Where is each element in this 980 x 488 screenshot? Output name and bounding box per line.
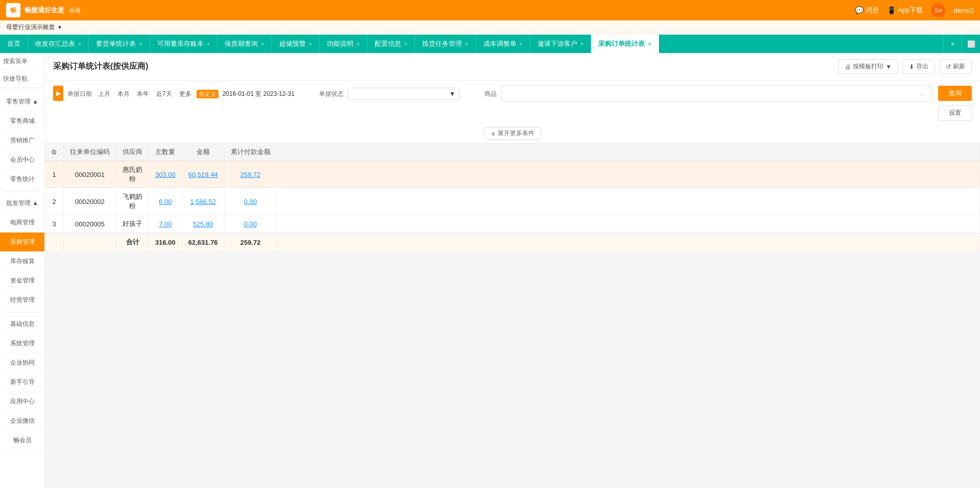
close-tab-receive-summary[interactable]: ×	[78, 41, 81, 47]
tab-config-info[interactable]: 配置信息 ×	[368, 35, 415, 53]
close-all-tabs-btn[interactable]: ×	[943, 35, 962, 53]
tab-cost-adjust[interactable]: 成本调整单 ×	[476, 35, 530, 53]
sidebar-item-marketing[interactable]: 营销推广	[0, 131, 44, 150]
top-bar-right: 💬 消息 📱 App下载 Ea demo2	[855, 3, 974, 17]
filter-actions: 查询 设置	[938, 86, 972, 121]
close-tab-validity-query[interactable]: ×	[261, 41, 264, 47]
close-tab-purchase-summary[interactable]: ×	[648, 41, 651, 47]
row-code: 00020001	[64, 161, 116, 188]
table-row[interactable]: 1 00020001 惠氏奶粉 303.00 60,519.44 259.72	[45, 161, 980, 188]
table-row[interactable]: 2 00020002 飞鹤奶粉 6.00 1,586.52 0.00	[45, 188, 980, 215]
sidebar-item-basic-info[interactable]: 基础信息	[0, 315, 44, 334]
tab-overstock-warning[interactable]: 超储预警 ×	[272, 35, 320, 53]
user-avatar[interactable]: Ea	[931, 3, 945, 17]
close-tab-function-desc[interactable]: ×	[356, 41, 359, 47]
tab-receive-summary[interactable]: 收发存汇总表 ×	[28, 35, 89, 53]
row-paid: 0.00	[224, 215, 277, 234]
shortcut-7days[interactable]: 近7天	[154, 89, 174, 99]
col-extra	[277, 143, 979, 161]
goods-input[interactable]	[505, 88, 918, 99]
sidebar-item-retail-shop[interactable]: 零售商城	[0, 112, 44, 131]
tab-function-desc[interactable]: 功能说明 ×	[320, 35, 367, 53]
table-header-row: ⚙ 往来单位编码 供应商 主数量 金额 累计付款金额	[45, 143, 980, 161]
top-bar-left: 畅 畅捷通好生意 标题	[6, 3, 81, 17]
tab-home[interactable]: 首页	[0, 35, 28, 53]
close-tab-config-info[interactable]: ×	[404, 41, 407, 47]
close-tab-available-stock[interactable]: ×	[207, 41, 210, 47]
date-range-text: 2016-01-01 至 2023-12-31	[223, 90, 295, 98]
printer-icon: 🖨	[845, 63, 851, 70]
sidebar-item-purchase[interactable]: 采购管理	[0, 233, 44, 252]
sidebar-search[interactable]: 搜索英单	[0, 53, 44, 70]
date-range-display: 2016-01-01 至 2023-12-31	[223, 90, 295, 98]
sidebar-item-operations[interactable]: 经营管理	[0, 291, 44, 310]
sidebar-item-wholesale[interactable]: 批发管理 ▲	[0, 194, 44, 213]
avatar-label: Ea	[935, 7, 942, 13]
page-title: 采购订单统计表(按供应商)	[53, 61, 149, 72]
message-btn[interactable]: 💬 消息	[855, 6, 879, 15]
row-supplier: 飞鹤奶粉	[116, 188, 149, 215]
settings-button[interactable]: 设置	[938, 105, 972, 121]
sidebar-item-member2[interactable]: 畅会员	[0, 431, 44, 450]
close-tab-order-summary[interactable]: ×	[139, 41, 142, 47]
print-dropdown-icon: ▼	[886, 63, 892, 70]
close-tab-pick-task[interactable]: ×	[465, 41, 468, 47]
status-dropdown-icon: ▼	[449, 90, 455, 97]
tab-available-stock[interactable]: 可用量库存账本 ×	[150, 35, 217, 53]
query-button[interactable]: 查询	[938, 86, 972, 101]
col-amount: 金额	[182, 143, 224, 161]
col-qty: 主数量	[149, 143, 182, 161]
sidebar-item-retail-stats[interactable]: 零售统计	[0, 170, 44, 189]
message-icon: 💬	[855, 6, 864, 14]
footer-qty: 316.00	[149, 233, 182, 251]
tab-invite-downstream[interactable]: 邀请下游客户 ×	[530, 35, 591, 53]
table-header: ⚙ 往来单位编码 供应商 主数量 金额 累计付款金额	[45, 143, 980, 161]
sidebar-item-enterprise[interactable]: 企业协同	[0, 353, 44, 373]
restore-window-btn[interactable]: ⬜	[962, 35, 980, 53]
shortcut-this-month[interactable]: 本月	[115, 89, 132, 99]
sidebar-item-retail[interactable]: 零售管理 ▲	[0, 92, 44, 112]
tab-pick-task[interactable]: 拣货任务管理 ×	[415, 35, 476, 53]
sidebar-item-system[interactable]: 系统管理	[0, 334, 44, 353]
sidebar-item-ecommerce[interactable]: 电商管理	[0, 213, 44, 233]
sidebar-item-enterprise-wechat[interactable]: 企业微信	[0, 412, 44, 431]
row-qty: 7.00	[149, 215, 182, 234]
refresh-button[interactable]: ↺ 刷新	[939, 59, 972, 74]
shortcut-more[interactable]: 更多	[177, 89, 193, 99]
tab-validity-query[interactable]: 保质期查询 ×	[217, 35, 272, 53]
sidebar-divider-2	[4, 191, 40, 192]
table-row[interactable]: 3 00020005 好孩子 7.00 525.80 0.00	[45, 215, 980, 234]
sidebar-item-finance[interactable]: 资金管理	[0, 271, 44, 291]
close-tab-cost-adjust[interactable]: ×	[520, 41, 523, 47]
col-settings[interactable]: ⚙	[45, 143, 64, 161]
expand-conditions-btn[interactable]: ∨ 展开更多条件	[484, 127, 541, 140]
app-download-btn[interactable]: 📱 App下载	[887, 6, 923, 15]
shortcut-this-year[interactable]: 本年	[135, 89, 151, 99]
export-button[interactable]: ⬇ 导出	[902, 59, 935, 74]
row-supplier: 惠氏奶粉	[116, 161, 149, 188]
shortcut-last-month[interactable]: 上月	[96, 89, 112, 99]
sidebar-item-inventory[interactable]: 库存核算	[0, 252, 44, 271]
app-brand: 畅捷通好生意	[24, 6, 64, 15]
close-tab-invite-downstream[interactable]: ×	[580, 41, 583, 47]
close-tab-overstock-warning[interactable]: ×	[309, 41, 312, 47]
account-selector[interactable]: 母婴行业演示账套 ▼	[6, 23, 62, 32]
settings-icon: ⚙	[51, 148, 57, 156]
goods-input-wrapper: ···	[501, 86, 932, 102]
toggle-filter-btn[interactable]: ▶	[53, 86, 63, 101]
sidebar-item-member[interactable]: 会员中心	[0, 150, 44, 170]
sidebar-item-new-guide[interactable]: 新手引导	[0, 373, 44, 392]
tab-purchase-summary[interactable]: 采购订单统计表 ×	[591, 35, 658, 53]
goods-ellipsis-btn[interactable]: ···	[918, 90, 927, 98]
row-amount: 1,586.52	[182, 188, 224, 215]
refresh-icon: ↺	[946, 63, 951, 70]
tab-order-summary[interactable]: 要货单统计表 ×	[89, 35, 150, 53]
subtitle-bar: 母婴行业演示账套 ▼	[0, 20, 980, 35]
sidebar-quick-nav[interactable]: 快捷导航	[0, 70, 44, 88]
status-select[interactable]: ▼	[348, 88, 460, 100]
sidebar-item-app-center[interactable]: 应用中心	[0, 392, 44, 412]
col-code: 往来单位编码	[64, 143, 116, 161]
print-button[interactable]: 🖨 按模板打印 ▼	[838, 59, 898, 74]
filter-section: ▶ 单据日期 上月 本月 本年 近7天 更多 自定义 2016-01-01 至 …	[45, 81, 980, 143]
col-supplier: 供应商	[116, 143, 149, 161]
